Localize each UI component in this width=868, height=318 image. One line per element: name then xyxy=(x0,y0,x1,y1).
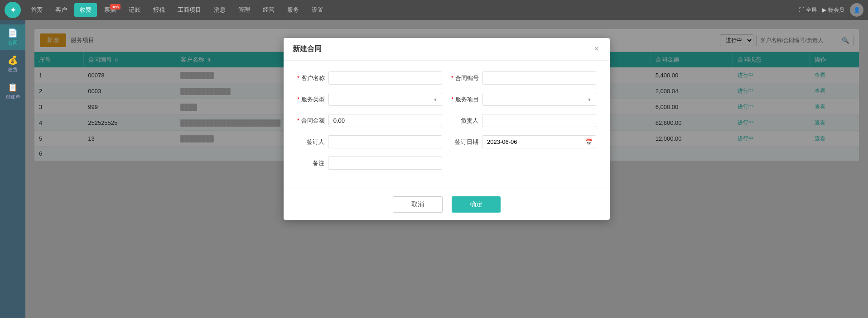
signer-label: 签订人 xyxy=(297,138,324,146)
user-icon: 👤 xyxy=(854,7,860,13)
new-badge: new xyxy=(110,4,121,9)
form-group-sign-date: 签订日期 📅 xyxy=(451,135,596,148)
modal-close-button[interactable]: × xyxy=(592,44,601,54)
calendar-icon[interactable]: 📅 xyxy=(585,138,593,146)
form-group-service-type: 服务类型 xyxy=(297,93,442,106)
contract-icon: 📄 xyxy=(8,28,18,38)
modal-footer: 取消 确定 xyxy=(284,189,610,220)
nav-tax[interactable]: 报税 xyxy=(148,3,170,17)
new-contract-modal: 新建合同 × 客户名称 合同编号 xyxy=(284,38,610,220)
avatar[interactable]: 👤 xyxy=(850,3,863,17)
nav-commerce[interactable]: 工商项目 xyxy=(172,3,207,17)
customer-name-label: 客户名称 xyxy=(297,74,325,82)
sign-date-label: 签订日期 xyxy=(451,138,478,146)
play-icon: ▶ xyxy=(822,7,826,13)
nav-right: ⛶ 全屏 ▶ 畅会员 👤 xyxy=(799,3,863,17)
nav-billing[interactable]: 收费 xyxy=(74,3,97,17)
form-row-3: 合同金额 负责人 xyxy=(297,114,596,127)
service-item-select-wrap xyxy=(482,93,596,106)
form-group-remark: 备注 xyxy=(297,157,442,170)
nav-settings[interactable]: 设置 xyxy=(306,3,329,17)
content-area: 新增 服务项目 进行中 已完成 已终止 🔍 xyxy=(25,20,868,318)
billing-icon: 💰 xyxy=(8,55,18,65)
member-btn[interactable]: ▶ 畅会员 xyxy=(822,6,844,14)
nav-home[interactable]: 首页 xyxy=(25,3,48,17)
service-type-select[interactable] xyxy=(328,93,442,106)
sidebar: 📄 合同 💰 收费 📋 对账单 xyxy=(0,20,25,318)
contract-no-label: 合同编号 xyxy=(451,74,479,82)
modal-body: 客户名称 合同编号 服务类型 xyxy=(284,61,610,189)
app-logo: ✦ xyxy=(5,2,21,18)
fullscreen-btn[interactable]: ⛶ 全屏 xyxy=(799,6,817,14)
nav-items: 首页 客户 收费 票据 new 记账 报税 工商项目 消息 管理 经营 服务 设… xyxy=(25,3,799,17)
remark-label: 备注 xyxy=(297,159,324,167)
remark-input[interactable] xyxy=(328,157,442,170)
nav-operation[interactable]: 经营 xyxy=(257,3,280,17)
contract-no-input[interactable] xyxy=(482,71,596,85)
signer-input[interactable] xyxy=(328,135,442,148)
modal-title: 新建合同 xyxy=(293,44,322,54)
form-group-amount: 合同金额 xyxy=(297,114,442,127)
top-navigation: ✦ 首页 客户 收费 票据 new 记账 报税 工商项目 消息 管理 经营 服务… xyxy=(0,0,868,20)
form-row-2: 服务类型 服务项目 xyxy=(297,93,596,106)
service-type-label: 服务类型 xyxy=(297,95,325,104)
form-group-service-item: 服务项目 xyxy=(451,93,596,106)
amount-input[interactable] xyxy=(328,114,442,127)
form-group-signer: 签订人 xyxy=(297,135,442,148)
form-group-contract-no: 合同编号 xyxy=(451,71,596,85)
nav-service[interactable]: 服务 xyxy=(282,3,304,17)
nav-manage[interactable]: 管理 xyxy=(233,3,256,17)
modal-overlay: 新建合同 × 客户名称 合同编号 xyxy=(25,20,868,318)
statement-icon: 📋 xyxy=(8,82,18,92)
form-group-customer: 客户名称 xyxy=(297,71,442,85)
person-label: 负责人 xyxy=(451,117,478,125)
form-row-4: 签订人 签订日期 📅 xyxy=(297,135,596,148)
sign-date-wrap: 📅 xyxy=(482,135,596,148)
fullscreen-icon: ⛶ xyxy=(799,7,804,13)
nav-accounting[interactable]: 记账 xyxy=(123,3,146,17)
form-row-1: 客户名称 合同编号 xyxy=(297,71,596,85)
amount-label: 合同金额 xyxy=(297,117,325,125)
sidebar-item-billing[interactable]: 💰 收费 xyxy=(0,52,25,77)
form-group-person: 负责人 xyxy=(451,114,596,127)
service-item-select[interactable] xyxy=(482,93,596,106)
cancel-button[interactable]: 取消 xyxy=(393,196,443,213)
main-layout: 📄 合同 💰 收费 📋 对账单 新增 服务项目 进行中 已完成 已终止 xyxy=(0,20,868,318)
service-type-select-wrap xyxy=(328,93,442,106)
form-row-5: 备注 xyxy=(297,157,596,170)
nav-message[interactable]: 消息 xyxy=(208,3,231,17)
nav-customer[interactable]: 客户 xyxy=(50,3,72,17)
modal-header: 新建合同 × xyxy=(284,38,610,61)
sidebar-item-contract[interactable]: 📄 合同 xyxy=(0,24,25,50)
nav-invoice[interactable]: 票据 new xyxy=(99,3,121,17)
confirm-button[interactable]: 确定 xyxy=(452,196,501,213)
sidebar-item-statement[interactable]: 📋 对账单 xyxy=(0,79,25,104)
sign-date-input[interactable] xyxy=(482,135,596,148)
person-input[interactable] xyxy=(482,114,596,127)
service-item-label: 服务项目 xyxy=(451,95,479,104)
customer-name-input[interactable] xyxy=(328,71,442,85)
